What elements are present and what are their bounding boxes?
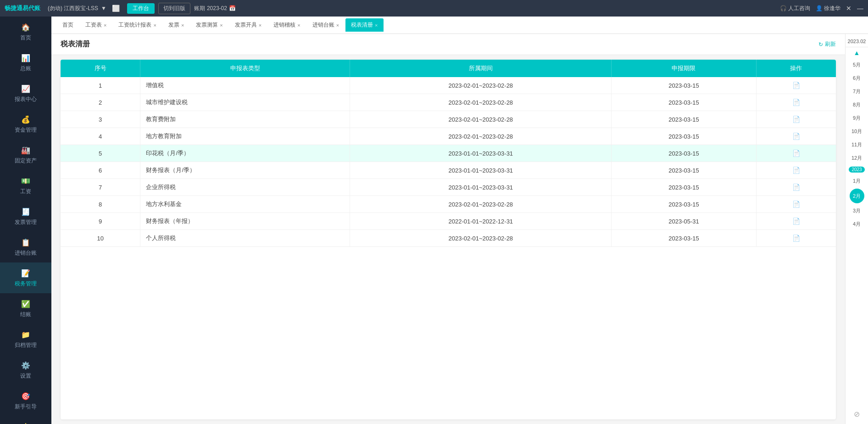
table-row: 10 个人所得税 2023-02-01~2023-02-28 2023-03-1… <box>61 230 836 247</box>
sidebar-item-settings[interactable]: ⚙️ 设置 <box>0 355 51 385</box>
action-icon[interactable]: 📄 <box>792 201 800 208</box>
sidebar-item-reports[interactable]: 📈 报表中心 <box>0 78 51 109</box>
tab-label-invoice-issue: 发票开具 <box>235 21 257 29</box>
month-6月[interactable]: 6月 <box>850 72 864 85</box>
tab-close-invoice-issue[interactable]: × <box>259 22 262 28</box>
sidebar-item-closing[interactable]: ✅ 结账 <box>0 293 51 324</box>
sidebar-item-tax[interactable]: 📝 税务管理 <box>0 262 51 293</box>
action-icon[interactable]: 📄 <box>792 184 800 191</box>
sidebar-item-member[interactable]: ⭐ 畅会员 <box>0 416 51 424</box>
sidebar-label-purchase: 进销台账 <box>15 249 37 257</box>
month-3月[interactable]: 3月 <box>850 204 864 218</box>
month-4月[interactable]: 4月 <box>850 218 864 231</box>
month-5月[interactable]: 5月 <box>850 58 864 72</box>
action-icon[interactable]: 📄 <box>792 133 800 140</box>
cell-period: 2023-02-01~2023-02-28 <box>350 128 612 145</box>
tab-payroll[interactable]: 工资表× <box>80 18 112 32</box>
tab-invoice-check[interactable]: 发票测算× <box>190 18 228 32</box>
month-9月[interactable]: 9月 <box>850 112 864 125</box>
tab-invoice[interactable]: 发票× <box>163 18 189 32</box>
cell-action[interactable]: 📄 <box>756 162 836 179</box>
sidebar-icon-tax: 📝 <box>21 268 31 278</box>
sidebar-item-fund[interactable]: 💰 资金管理 <box>0 109 51 139</box>
sidebar-item-ledger[interactable]: 📊 总账 <box>0 47 51 78</box>
month-8月[interactable]: 8月 <box>850 98 864 112</box>
tab-purchase-check[interactable]: 进销稽核× <box>268 18 306 32</box>
action-icon[interactable]: 📄 <box>792 167 800 174</box>
months-before-year: 5月6月7月8月9月10月11月12月 <box>850 58 864 165</box>
sidebar: 🏠 首页 📊 总账 📈 报表中心 💰 资金管理 🏭 固定资产 💵 工资 🧾 发票… <box>0 17 51 424</box>
sidebar-item-guide[interactable]: 🎯 新手引导 <box>0 385 51 416</box>
tab-purchase-ledger[interactable]: 进销台账× <box>307 18 345 32</box>
action-icon[interactable]: 📄 <box>792 99 800 106</box>
switch-button[interactable]: 切到旧版 <box>158 3 190 14</box>
cell-type: 教育费附加 <box>140 111 350 128</box>
month-1月[interactable]: 1月 <box>850 174 864 188</box>
workspace-button[interactable]: 工作台 <box>127 3 155 14</box>
cell-action[interactable]: 📄 <box>756 77 836 94</box>
tab-close-purchase-check[interactable]: × <box>297 22 300 28</box>
cell-period: 2023-01-01~2023-03-31 <box>350 145 612 162</box>
cell-action[interactable]: 📄 <box>756 179 836 196</box>
company-dropdown-icon[interactable]: ▼ <box>101 5 106 11</box>
tab-close-payroll[interactable]: × <box>104 22 106 28</box>
panel-collapse-btn[interactable]: ⊘ <box>850 406 863 422</box>
action-icon[interactable]: 📄 <box>792 150 800 157</box>
cell-action[interactable]: 📄 <box>756 94 836 111</box>
user-avatar[interactable]: 👤 徐逢华 <box>816 5 840 12</box>
tab-bar: 首页工资表×工资统计报表×发票×发票测算×发票开具×进销稽核×进销台账×税表清册… <box>51 17 868 34</box>
sidebar-item-purchase[interactable]: 📋 进销台账 <box>0 232 51 262</box>
top-actions: 工作台 切到旧版 账期 2023-02 📅 <box>127 3 236 14</box>
sidebar-icon-member: ⭐ <box>21 422 31 424</box>
cell-deadline: 2023-03-15 <box>612 94 756 111</box>
refresh-button[interactable]: ↻ 刷新 <box>818 40 836 48</box>
sidebar-item-invoice-mgmt[interactable]: 🧾 发票管理 <box>0 201 51 232</box>
tab-close-tax-clearance[interactable]: × <box>375 22 378 28</box>
tab-home[interactable]: 首页 <box>57 18 79 32</box>
month-10月[interactable]: 10月 <box>850 125 864 138</box>
tab-label-purchase-check: 进销稽核 <box>273 21 295 29</box>
page-title: 税表清册 <box>61 39 90 49</box>
cell-action[interactable]: 📄 <box>756 145 836 162</box>
sidebar-item-assets[interactable]: 🏭 固定资产 <box>0 139 51 170</box>
sidebar-label-guide: 新手引导 <box>15 403 37 411</box>
cell-action[interactable]: 📄 <box>756 213 836 230</box>
action-icon[interactable]: 📄 <box>792 82 800 89</box>
calendar-icon[interactable]: 📅 <box>229 5 236 11</box>
sidebar-label-archive: 归档管理 <box>15 341 37 349</box>
company-selector[interactable]: (勿动) 江西股宝-LSS ▼ ⬜ <box>48 5 120 12</box>
tab-close-payroll-stats[interactable]: × <box>153 22 156 28</box>
month-nav-up[interactable]: ▲ <box>852 47 862 58</box>
cell-action[interactable]: 📄 <box>756 111 836 128</box>
cell-action[interactable]: 📄 <box>756 196 836 213</box>
tab-close-invoice[interactable]: × <box>181 22 184 28</box>
action-icon[interactable]: 📄 <box>792 116 800 123</box>
company-settings-icon[interactable]: ⬜ <box>112 5 120 12</box>
tab-close-invoice-check[interactable]: × <box>220 22 223 28</box>
period-selector[interactable]: 账期 2023-02 📅 <box>194 5 236 12</box>
cell-id: 3 <box>61 111 140 128</box>
tab-payroll-stats[interactable]: 工资统计报表× <box>113 18 161 32</box>
sidebar-icon-closing: ✅ <box>21 299 31 309</box>
active-month-2月[interactable]: 2月 <box>850 189 864 203</box>
table-row: 8 地方水利基金 2023-02-01~2023-02-28 2023-03-1… <box>61 196 836 213</box>
consult-link[interactable]: 🎧 人工咨询 <box>780 5 810 12</box>
tab-tax-clearance[interactable]: 税表清册× <box>345 18 383 32</box>
sidebar-item-archive[interactable]: 📁 归档管理 <box>0 324 51 355</box>
minimize-button[interactable]: — <box>857 5 863 12</box>
tab-label-home: 首页 <box>62 21 73 29</box>
month-11月[interactable]: 11月 <box>850 138 864 151</box>
tab-invoice-issue[interactable]: 发票开具× <box>229 18 267 32</box>
month-12月[interactable]: 12月 <box>850 151 864 165</box>
close-button[interactable]: ✕ <box>846 5 851 12</box>
action-icon[interactable]: 📄 <box>792 218 800 225</box>
cell-type: 财务报表（年报） <box>140 213 350 230</box>
tab-label-payroll-stats: 工资统计报表 <box>118 21 151 29</box>
cell-action[interactable]: 📄 <box>756 230 836 247</box>
cell-action[interactable]: 📄 <box>756 128 836 145</box>
action-icon[interactable]: 📄 <box>792 234 800 242</box>
sidebar-item-payroll[interactable]: 💵 工资 <box>0 170 51 201</box>
sidebar-item-home[interactable]: 🏠 首页 <box>0 17 51 47</box>
month-7月[interactable]: 7月 <box>850 85 864 98</box>
tab-close-purchase-ledger[interactable]: × <box>336 22 339 28</box>
